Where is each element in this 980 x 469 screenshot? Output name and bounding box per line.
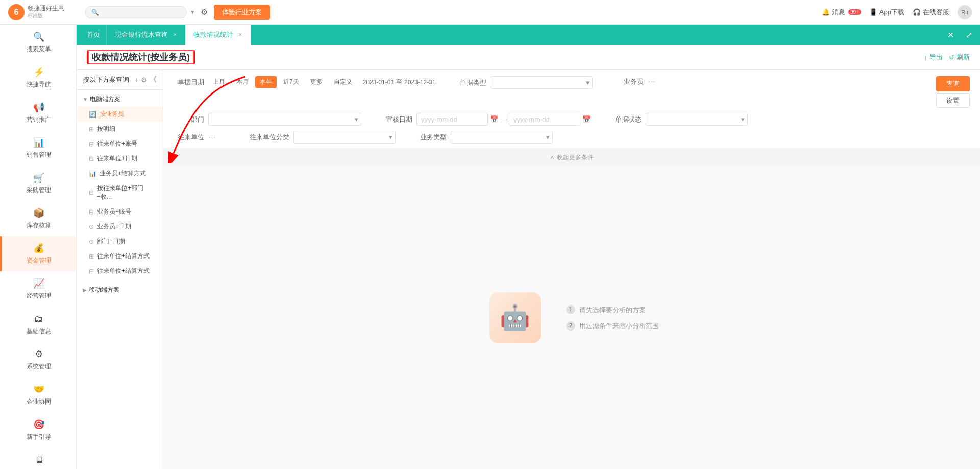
date-tab-last-7[interactable]: 近7天 [279,76,304,88]
scheme-group-desktop: ▼ 电脑端方案 🔄 按业务员 ⊞ 按明细 ⊟ [77,90,163,280]
content-area: 首页 现金银行流水查询 × 收款情况统计 × ✕ ⤢ 收款情况统计(按业务员) [77,25,980,469]
query-button[interactable]: 查询 [936,76,970,91]
business-type-label: 业务类型 [416,133,447,142]
export-button[interactable]: ↑ 导出 [924,53,943,62]
review-date-start[interactable] [416,113,488,126]
sidebar-item-hardware[interactable]: 🖥 智能硬件 [0,448,76,469]
notification-icon: 🔔 [822,8,830,16]
scheme-group-desktop-header[interactable]: ▼ 电脑端方案 [77,92,163,107]
date-tab-more[interactable]: 更多 [306,76,327,88]
department-select[interactable] [208,113,361,126]
business-type-select[interactable] [451,131,553,144]
sidebar-item-corp[interactable]: 🤝 企业协同 [0,377,76,412]
marketing-icon: 📢 [33,101,45,113]
sidebar-item-inventory[interactable]: 📦 库存核算 [0,201,76,236]
search-icon: 🔍 [91,9,99,16]
scheme-item-counterpart-dept[interactable]: ⊟ 按往来单位+部门+收... [77,181,163,204]
scheme-item-salesperson-date[interactable]: ⊙ 业务员+日期 [77,219,163,234]
counterpart-label: 往来单位 [174,133,204,142]
sidebar-item-search[interactable]: 🔍 搜索菜单 [0,25,76,60]
sidebar-item-basic[interactable]: 🗂 基础信息 [0,307,76,342]
scheme-item-salesperson-account[interactable]: ⊟ 业务员+账号 [77,204,163,219]
trial-button[interactable]: 体验行业方案 [214,5,270,20]
step-2: 2 用过滤条件来缩小分析范围 [566,320,659,332]
sidebar-item-operation[interactable]: 📈 经营管理 [0,271,76,307]
scheme-group-mobile: ▶ 移动端方案 [77,280,163,299]
tab-bar: 首页 现金银行流水查询 × 收款情况统计 × ✕ ⤢ [77,25,980,45]
filter-row-3: 往来单位 ··· 往来单位分类 [174,131,970,149]
salesperson-scheme-icon: 🔄 [89,111,96,118]
page-header: 收款情况统计(按业务员) ↑ 导出 ↺ 刷新 [77,45,980,70]
counterpart-account-icon: ⊟ [89,140,94,148]
counterpart-date-icon: ⊟ [89,155,94,162]
scheme-item-dept-date[interactable]: ⊙ 部门+日期 [77,234,163,249]
tab-collection-stats[interactable]: 收款情况统计 × [185,25,251,45]
corp-icon: 🤝 [33,383,45,395]
user-avatar[interactable]: Rit [958,5,972,19]
sidebar-item-quick-nav[interactable]: ⚡ 快捷导航 [0,60,76,95]
main-body: 按以下方案查询 + ⚙ 《 ▼ 电脑端方案 🔄 按业务员 [77,70,980,469]
quick-nav-icon: ⚡ [33,66,45,78]
scheme-header: 按以下方案查询 + ⚙ 《 [77,70,163,90]
scheme-item-counterpart-settlement1[interactable]: ⊞ 往来单位+结算方式 [77,249,163,264]
action-buttons: 查询 设置 [936,76,970,108]
online-service-item[interactable]: 🎧 在线客服 [913,8,949,17]
voucher-type-select[interactable] [491,76,593,89]
counterpart-dept-icon: ⊟ [89,189,94,196]
notification-badge: 99+ [848,9,861,15]
date-tab-custom[interactable]: 自定义 [329,76,357,88]
dropdown-arrow-icon[interactable]: ▾ [191,8,194,16]
scheme-item-by-salesperson[interactable]: 🔄 按业务员 [77,107,163,122]
salesperson-settlement-icon: 📊 [89,170,96,177]
sidebar-item-finance[interactable]: 💰 资金管理 [0,236,76,271]
scheme-item-counterpart-account[interactable]: ⊟ 往来单位+账号 [77,136,163,151]
calendar-end-icon: 📅 [582,115,591,123]
window-expand-icon[interactable]: ⤢ [962,28,976,42]
tab-close-bank-flow[interactable]: × [173,31,177,38]
settings-filter-button[interactable]: 设置 [936,93,970,108]
logo-area: 6 畅捷通好生意 标准版 [8,4,85,20]
counterpart-ellipsis-icon[interactable]: ··· [208,132,216,143]
sidebar-item-purchase[interactable]: 🛒 采购管理 [0,166,76,201]
settings-icon[interactable]: ⚙ [201,7,208,17]
filter-section: 单据日期 上月 本月 本年 近7天 更多 自定义 [163,70,980,149]
business-type-select-wrapper: ▾ [451,131,553,144]
filter-row-2: 部门 ▾ 审核日期 [174,113,970,131]
sidebar-item-guide[interactable]: 🎯 新手引导 [0,412,76,448]
counterpart-settlement1-icon: ⊞ [89,253,94,260]
date-tab-last-month[interactable]: 上月 [208,76,230,88]
sidebar-item-marketing[interactable]: 📢 营销推广 [0,95,76,130]
collapse-bar[interactable]: ∧ 收起更多条件 [163,149,980,166]
scheme-item-detail[interactable]: ⊞ 按明细 [77,122,163,136]
page-title: 收款情况统计(按业务员) [88,50,194,64]
guide-icon: 🎯 [33,418,45,431]
sidebar-item-system[interactable]: ⚙ 系统管理 [0,342,76,377]
date-tab-this-year[interactable]: 本年 [255,76,277,88]
logo-badge: 标准版 [28,12,64,19]
export-icon: ↑ [924,54,928,61]
scheme-item-salesperson-settlement[interactable]: 📊 业务员+结算方式 [77,166,163,181]
scheme-collapse-button[interactable]: 《 [150,75,157,84]
voucher-status-select[interactable] [646,113,748,126]
user-name: Rit [958,5,972,19]
date-tab-this-month[interactable]: 本月 [232,76,253,88]
search-menu-icon: 🔍 [33,31,45,43]
notification-item[interactable]: 🔔 消息 99+ [822,8,861,17]
scheme-group-mobile-header[interactable]: ▶ 移动端方案 [77,283,163,297]
sidebar-item-sales[interactable]: 📊 销售管理 [0,130,76,166]
scheme-item-counterpart-settlement2[interactable]: ⊟ 往来单位+结算方式 [77,264,163,278]
tab-close-collection-stats[interactable]: × [238,31,242,38]
scheme-settings-button[interactable]: ⚙ [141,76,148,84]
refresh-button[interactable]: ↺ 刷新 [949,53,970,62]
app-download-item[interactable]: 📱 App下载 [869,8,904,17]
search-box[interactable]: 🔍 [85,6,187,18]
step-1: 1 请先选择要分析的方案 [566,304,659,316]
window-close-icon[interactable]: ✕ [943,28,958,42]
scheme-add-button[interactable]: + [135,76,139,84]
review-date-end[interactable] [509,113,580,126]
tab-bank-flow[interactable]: 现金银行流水查询 × [107,25,185,45]
tab-home[interactable]: 首页 [81,25,107,45]
counterpart-category-select[interactable] [293,131,396,144]
scheme-item-counterpart-date[interactable]: ⊟ 往来单位+日期 [77,151,163,166]
ellipsis-icon[interactable]: ··· [648,76,655,87]
